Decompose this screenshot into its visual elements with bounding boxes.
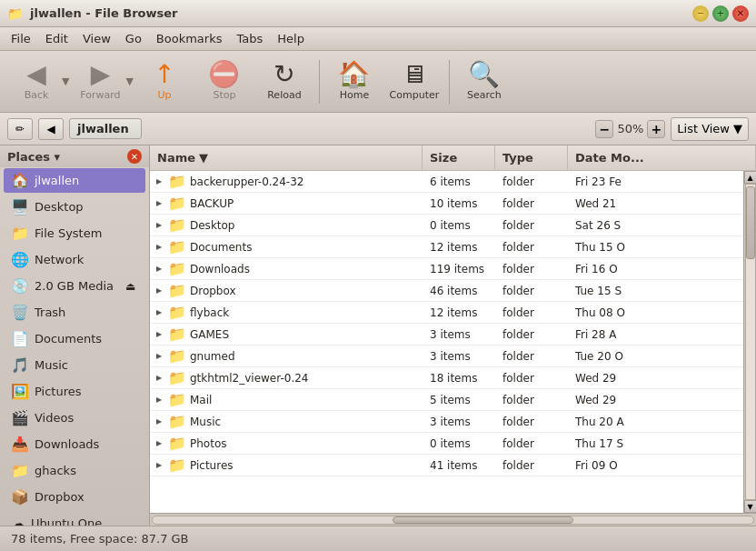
column-header-type[interactable]: Type bbox=[495, 145, 568, 170]
menu-item-help[interactable]: Help bbox=[270, 29, 312, 48]
expand-icon[interactable]: ▶ bbox=[154, 351, 164, 362]
up-label: Up bbox=[157, 89, 171, 101]
table-row[interactable]: ▶ 📁 Photos 0 items folder Thu 17 S bbox=[150, 433, 743, 455]
forward-button[interactable]: ▶ Forward bbox=[71, 55, 129, 108]
expand-icon[interactable]: ▶ bbox=[154, 307, 164, 318]
sidebar-item-videos[interactable]: 🎬 Videos bbox=[4, 406, 145, 430]
menu-item-view[interactable]: View bbox=[75, 29, 118, 48]
menu-item-go[interactable]: Go bbox=[118, 29, 149, 48]
sidebar-item-label: Documents bbox=[35, 332, 102, 346]
file-size-cell: 46 items bbox=[423, 285, 495, 297]
sidebar-close-button[interactable]: ✕ bbox=[127, 149, 142, 164]
table-row[interactable]: ▶ 📁 Documents 12 items folder Thu 15 O bbox=[150, 236, 743, 258]
search-button[interactable]: 🔍 Search bbox=[455, 55, 513, 108]
zoom-out-button[interactable]: − bbox=[595, 120, 613, 138]
table-row[interactable]: ▶ 📁 BACKUP 10 items folder Wed 21 bbox=[150, 193, 743, 215]
column-header-size[interactable]: Size bbox=[423, 145, 495, 170]
table-row[interactable]: ▶ 📁 Music 3 items folder Thu 20 A bbox=[150, 411, 743, 433]
scroll-thumb[interactable] bbox=[746, 186, 755, 259]
column-header-datemo[interactable]: Date Mo... bbox=[568, 145, 756, 170]
titlebar-buttons: ─ + ✕ bbox=[692, 5, 749, 22]
eject-icon[interactable]: ⏏ bbox=[125, 280, 138, 293]
column-header-name[interactable]: Name▼ bbox=[150, 145, 423, 170]
file-name-label: Documents bbox=[190, 241, 252, 254]
expand-icon[interactable]: ▶ bbox=[154, 264, 164, 275]
table-row[interactable]: ▶ 📁 GAMES 3 items folder Fri 28 A bbox=[150, 324, 743, 346]
sidebar-item-filesystem[interactable]: 📁 File System bbox=[4, 221, 145, 245]
sidebar-icon-ubuntuone: ☁️ bbox=[11, 515, 25, 526]
sidebar-item-music[interactable]: 🎵 Music bbox=[4, 353, 145, 377]
table-row[interactable]: ▶ 📁 Mail 5 items folder Wed 29 bbox=[150, 389, 743, 411]
table-row[interactable]: ▶ 📁 Desktop 0 items folder Sat 26 S bbox=[150, 215, 743, 236]
sidebar-item-pictures[interactable]: 🖼️ Pictures bbox=[4, 379, 145, 404]
toolbar: ◀ Back ▼ ▶ Forward ▼ ↑ Up ⛔ Stop ↻ Reloa… bbox=[0, 51, 756, 113]
reload-button[interactable]: ↻ Reload bbox=[255, 55, 313, 108]
expand-icon[interactable]: ▶ bbox=[154, 220, 164, 231]
sidebar-item-dropbox[interactable]: 📦 Dropbox bbox=[4, 485, 145, 509]
menu-item-file[interactable]: File bbox=[4, 29, 38, 48]
expand-icon[interactable]: ▶ bbox=[154, 329, 164, 340]
horizontal-scrollbar[interactable] bbox=[150, 513, 756, 526]
file-size-cell: 12 items bbox=[423, 241, 495, 254]
sidebar-item-desktop[interactable]: 🖥️ Desktop bbox=[4, 195, 145, 219]
file-date-cell: Wed 21 bbox=[568, 197, 743, 210]
close-button[interactable]: ✕ bbox=[732, 5, 749, 22]
expand-icon[interactable]: ▶ bbox=[154, 198, 164, 209]
maximize-button[interactable]: + bbox=[712, 5, 729, 22]
hscroll-track[interactable] bbox=[152, 516, 754, 525]
table-row[interactable]: ▶ 📁 gnumed 3 items folder Tue 20 O bbox=[150, 346, 743, 367]
expand-icon[interactable]: ▶ bbox=[154, 460, 164, 471]
file-name-cell: ▶ 📁 BACKUP bbox=[150, 195, 423, 212]
file-date-cell: Thu 20 A bbox=[568, 416, 743, 428]
folder-icon: 📁 bbox=[168, 304, 186, 321]
menu-item-edit[interactable]: Edit bbox=[38, 29, 75, 48]
expand-icon[interactable]: ▶ bbox=[154, 395, 164, 406]
expand-icon[interactable]: ▶ bbox=[154, 242, 164, 253]
sidebar-item-documents[interactable]: 📄 Documents bbox=[4, 326, 145, 351]
folder-icon: 📁 bbox=[168, 326, 186, 343]
expand-icon[interactable]: ▶ bbox=[154, 286, 164, 296]
sidebar-item-ubuntuone[interactable]: ☁️ Ubuntu One bbox=[4, 511, 145, 526]
sidebar-item-label: Downloads bbox=[35, 437, 99, 451]
sidebar-item-trash[interactable]: 🗑️ Trash bbox=[4, 300, 145, 325]
sidebar-item-downloads[interactable]: 📥 Downloads bbox=[4, 432, 145, 456]
menu-item-tabs[interactable]: Tabs bbox=[229, 29, 270, 48]
computer-button[interactable]: 🖥 Computer bbox=[385, 55, 443, 108]
location-back-button[interactable]: ◀ bbox=[38, 118, 64, 140]
expand-icon[interactable]: ▶ bbox=[154, 438, 164, 449]
file-name-cell: ▶ 📁 Photos bbox=[150, 435, 423, 452]
sidebar-item-ghacks[interactable]: 📁 ghacks bbox=[4, 458, 145, 483]
table-row[interactable]: ▶ 📁 flyback 12 items folder Thu 08 O bbox=[150, 302, 743, 324]
sidebar-item-jlwallen[interactable]: 🏠 jlwallen bbox=[4, 168, 145, 193]
stop-button[interactable]: ⛔ Stop bbox=[195, 55, 254, 108]
window-title: jlwallen - File Browser bbox=[30, 6, 178, 20]
view-mode-select[interactable]: List View ▼ bbox=[671, 117, 749, 141]
zoom-in-button[interactable]: + bbox=[647, 120, 665, 138]
expand-icon[interactable]: ▶ bbox=[154, 416, 164, 427]
window-icon: 📁 bbox=[7, 6, 23, 21]
hscroll-thumb[interactable] bbox=[393, 516, 572, 524]
up-button[interactable]: ↑ Up bbox=[135, 55, 194, 108]
table-row[interactable]: ▶ 📁 Dropbox 46 items folder Tue 15 S bbox=[150, 280, 743, 302]
sidebar-item-media[interactable]: 💿 2.0 GB Media ⏏ bbox=[4, 274, 145, 298]
expand-icon[interactable]: ▶ bbox=[154, 176, 164, 187]
sidebar-icon-media: 💿 bbox=[11, 277, 29, 295]
sidebar-item-network[interactable]: 🌐 Network bbox=[4, 247, 145, 272]
computer-label: Computer bbox=[390, 89, 440, 101]
vertical-scrollbar[interactable]: ▲ ▼ bbox=[743, 171, 756, 513]
minimize-button[interactable]: ─ bbox=[692, 5, 709, 22]
table-row[interactable]: ▶ 📁 gtkhtml2_viewer-0.24 18 items folder… bbox=[150, 367, 743, 389]
table-row[interactable]: ▶ 📁 Pictures 41 items folder Fri 09 O bbox=[150, 455, 743, 476]
scroll-up-button[interactable]: ▲ bbox=[744, 171, 757, 184]
menu-item-bookmarks[interactable]: Bookmarks bbox=[149, 29, 230, 48]
file-name-label: Pictures bbox=[190, 459, 234, 472]
scroll-track[interactable] bbox=[745, 184, 756, 500]
table-row[interactable]: ▶ 📁 backerupper-0.24-32 6 items folder F… bbox=[150, 171, 743, 193]
expand-icon[interactable]: ▶ bbox=[154, 373, 164, 384]
location-edit-button[interactable]: ✏ bbox=[7, 118, 33, 140]
scroll-down-button[interactable]: ▼ bbox=[744, 500, 757, 513]
table-row[interactable]: ▶ 📁 Downloads 119 items folder Fri 16 O bbox=[150, 258, 743, 280]
home-button[interactable]: 🏠 Home bbox=[325, 55, 383, 108]
file-type-cell: folder bbox=[495, 263, 568, 276]
back-button[interactable]: ◀ Back bbox=[7, 55, 65, 108]
